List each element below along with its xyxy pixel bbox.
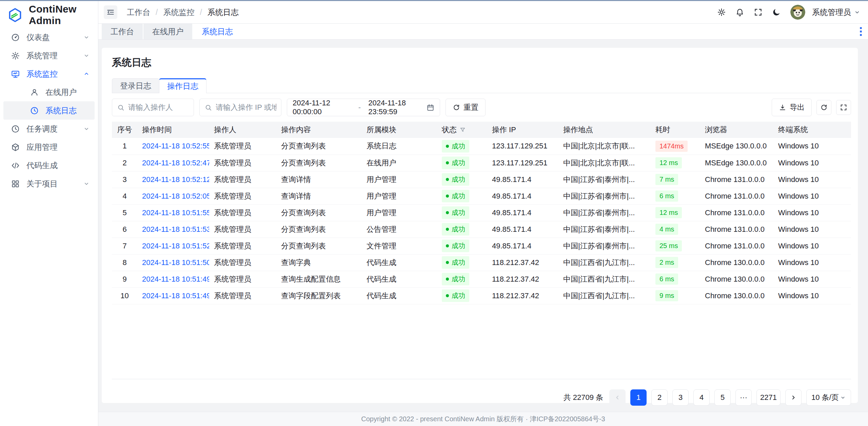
pagination-page-1[interactable]: 1 bbox=[630, 389, 647, 406]
settings-button[interactable] bbox=[714, 4, 729, 20]
topbar: 工作台 / 系统监控 / 系统日志 bbox=[98, 1, 868, 24]
col-status-label: 状态 bbox=[442, 125, 457, 135]
chevron-down-icon bbox=[83, 34, 90, 41]
cell-operator: 系统管理员 bbox=[209, 138, 276, 155]
cell-index: 3 bbox=[112, 171, 137, 188]
sidebar-item-online-users[interactable]: 在线用户 bbox=[3, 83, 95, 101]
reset-label: 重置 bbox=[463, 102, 478, 113]
status-badge: 成功 bbox=[442, 140, 469, 153]
chevron-right-icon bbox=[790, 394, 797, 401]
cell-module: 用户管理 bbox=[362, 171, 437, 188]
export-button[interactable]: 导出 bbox=[772, 99, 812, 116]
code-icon bbox=[11, 161, 21, 170]
sidebar-item-code-generator[interactable]: 代码生成 bbox=[3, 156, 95, 175]
duration-badge: 7 ms bbox=[655, 174, 678, 185]
cell-time-link[interactable]: 2024-11-18 10:52:05 bbox=[142, 192, 209, 200]
pagination-page-5[interactable]: 5 bbox=[714, 389, 731, 406]
collapse-sidebar-button[interactable] bbox=[104, 5, 117, 19]
cell-os: Windows 10 bbox=[773, 221, 851, 238]
ip-search-field[interactable] bbox=[199, 99, 281, 116]
cell-time-link[interactable]: 2024-11-18 10:51:53 bbox=[142, 225, 209, 234]
cell-operator: 系统管理员 bbox=[209, 238, 276, 254]
fullscreen-button[interactable] bbox=[750, 4, 766, 20]
col-os: 终端系统 bbox=[773, 122, 851, 138]
sidebar-item-task-scheduler[interactable]: 任务调度 bbox=[3, 120, 95, 138]
cell-time-link[interactable]: 2024-11-18 10:51:49 bbox=[142, 291, 209, 300]
status-dot-icon bbox=[446, 261, 449, 264]
sidebar-item-dashboard[interactable]: 仪表盘 bbox=[3, 28, 95, 46]
cell-time-link[interactable]: 2024-11-18 10:52:55 bbox=[142, 142, 209, 150]
cell-time-link[interactable]: 2024-11-18 10:51:50 bbox=[142, 258, 209, 267]
cell-module: 在线用户 bbox=[362, 155, 437, 171]
fullscreen-icon bbox=[754, 8, 763, 17]
sidebar-item-label: 任务调度 bbox=[26, 124, 83, 134]
chevron-down-icon bbox=[83, 125, 90, 132]
breadcrumb-item[interactable]: 系统监控 bbox=[163, 7, 194, 18]
user-menu[interactable]: 系统管理员 bbox=[812, 7, 861, 18]
sidebar-item-app-management[interactable]: 应用管理 bbox=[3, 138, 95, 156]
ip-search-input[interactable] bbox=[216, 103, 276, 112]
nav-tab-online-users[interactable]: 在线用户 bbox=[143, 24, 192, 39]
cell-time-link[interactable]: 2024-11-18 10:51:52 bbox=[142, 242, 209, 250]
pagination-page-3[interactable]: 3 bbox=[672, 389, 689, 406]
cell-os: Windows 10 bbox=[773, 204, 851, 221]
cell-operator: 系统管理员 bbox=[209, 155, 276, 171]
breadcrumb-current: 系统日志 bbox=[208, 7, 239, 18]
nav-tab-system-log[interactable]: 系统日志 bbox=[193, 24, 242, 39]
pagination-page-4[interactable]: 4 bbox=[693, 389, 710, 406]
refresh-table-button[interactable] bbox=[816, 100, 831, 115]
pagination-last-page[interactable]: 2271 bbox=[756, 389, 781, 406]
refresh-icon bbox=[453, 104, 460, 111]
cell-index: 1 bbox=[112, 138, 137, 155]
sidebar-item-system-management[interactable]: 系统管理 bbox=[3, 46, 95, 65]
dashboard-icon bbox=[11, 33, 21, 42]
table-row: 7 2024-11-18 10:51:52 系统管理员 分页查询列表 文件管理 … bbox=[112, 238, 851, 254]
reset-button[interactable]: 重置 bbox=[446, 99, 486, 116]
user-icon bbox=[30, 87, 40, 97]
cell-time-link[interactable]: 2024-11-18 10:51:49 bbox=[142, 275, 209, 283]
cell-location: 中国|江西省|九江市|... bbox=[558, 287, 651, 304]
filter-funnel-icon[interactable] bbox=[459, 127, 466, 133]
page-size-select[interactable]: 10 条/页 bbox=[806, 389, 851, 406]
cell-location: 中国|江苏省|泰州市|... bbox=[558, 221, 651, 238]
settings-icon bbox=[11, 51, 21, 60]
cell-time-link[interactable]: 2024-11-18 10:51:55 bbox=[142, 208, 209, 217]
pagination-ellipsis[interactable]: ··· bbox=[735, 389, 752, 406]
cell-status: 成功 bbox=[437, 155, 487, 171]
status-badge: 成功 bbox=[442, 206, 469, 219]
copyright-text: Copyright © 2022 - present ContiNew Admi… bbox=[361, 414, 605, 424]
tab-operation-log[interactable]: 操作日志 bbox=[159, 78, 206, 93]
pagination-prev-button[interactable] bbox=[609, 389, 626, 406]
operator-search-input[interactable] bbox=[128, 103, 189, 112]
sidebar-item-about-project[interactable]: 关于项目 bbox=[3, 175, 95, 193]
cell-os: Windows 10 bbox=[773, 271, 851, 287]
tabs-more-icon[interactable] bbox=[860, 24, 863, 39]
breadcrumb-item[interactable]: 工作台 bbox=[127, 7, 150, 18]
date-range-picker[interactable]: 2024-11-12 00:00:00 - 2024-11-18 23:59:5… bbox=[287, 99, 440, 116]
status-badge: 成功 bbox=[442, 223, 469, 236]
table-row: 4 2024-11-18 10:52:05 系统管理员 查询详情 用户管理 成功… bbox=[112, 188, 851, 204]
duration-badge: 6 ms bbox=[655, 273, 678, 285]
cell-time-link[interactable]: 2024-11-18 10:52:47 bbox=[142, 159, 209, 167]
tab-login-log[interactable]: 登录日志 bbox=[112, 78, 159, 93]
avatar[interactable] bbox=[790, 5, 805, 20]
sidebar-item-label: 仪表盘 bbox=[26, 32, 83, 43]
pagination-page-2[interactable]: 2 bbox=[651, 389, 668, 406]
sidebar-item-system-log[interactable]: 系统日志 bbox=[3, 101, 95, 120]
operator-search-field[interactable] bbox=[112, 99, 194, 116]
cell-module: 代码生成 bbox=[362, 254, 437, 271]
brand-logo[interactable]: ContiNew Admin bbox=[0, 1, 98, 24]
cell-os: Windows 10 bbox=[773, 155, 851, 171]
expand-table-button[interactable] bbox=[836, 100, 851, 115]
sidebar-item-system-monitor[interactable]: 系统监控 bbox=[3, 65, 95, 83]
cell-time-link[interactable]: 2024-11-18 10:52:12 bbox=[142, 175, 209, 184]
dark-mode-button[interactable] bbox=[769, 4, 784, 20]
pagination-next-button[interactable] bbox=[785, 389, 802, 406]
cell-content: 分页查询列表 bbox=[276, 221, 362, 238]
status-badge: 成功 bbox=[442, 157, 469, 169]
cell-ip: 49.85.171.4 bbox=[487, 171, 558, 188]
cell-index: 9 bbox=[112, 271, 137, 287]
cell-module: 系统日志 bbox=[362, 138, 437, 155]
notifications-button[interactable] bbox=[732, 4, 748, 20]
nav-tab-workbench[interactable]: 工作台 bbox=[102, 24, 143, 39]
